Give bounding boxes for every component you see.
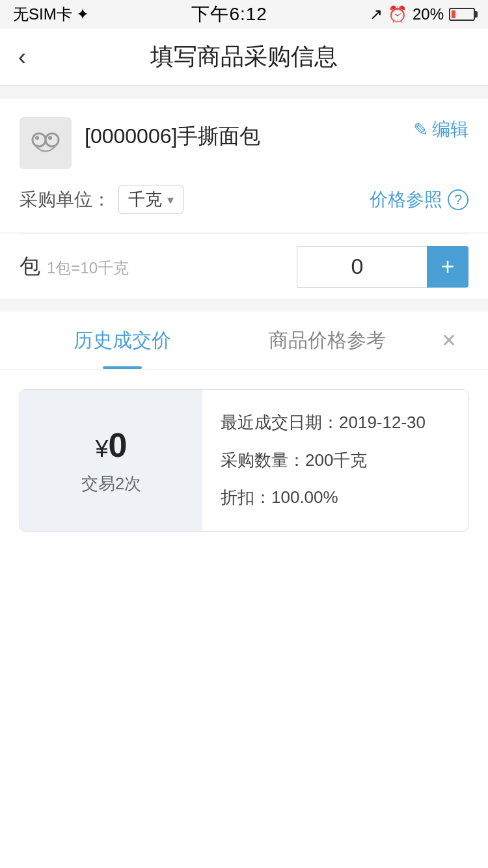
quantity-section: 包 1包=10千克 + [0,234,488,299]
currency-symbol: ¥ [96,435,109,462]
tab-history-price[interactable]: 历史成交价 [20,312,224,369]
tabs-header: 历史成交价 商品价格参考 × [0,312,488,370]
detail-row-discount: 折扣：100.00% [221,484,450,511]
status-right-group: ↗ ⏰ 20% [370,5,475,23]
transaction-card: ¥0 交易2次 最近成交日期：2019-12-30 采购数量：200千克 折扣：… [20,389,468,532]
status-network: 无SIM卡 ✦ [13,4,89,25]
battery-percent: 20% [413,5,444,23]
alarm-icon: ⏰ [388,5,407,23]
svg-point-1 [46,133,59,146]
quantity-plus-button[interactable]: + [427,246,468,288]
purchase-unit-left: 采购单位： 千克 ▾ [20,185,183,214]
tab-price-reference[interactable]: 商品价格参考 [224,312,429,369]
quantity-hint: 1包=10千克 [47,258,129,278]
svg-point-0 [33,133,46,146]
product-header: [0000006]手撕面包 ✎ 编辑 [20,117,468,169]
tabs-close-button[interactable]: × [429,321,468,360]
product-thumbnail [20,117,72,169]
svg-point-2 [35,136,39,140]
price-ref-button[interactable]: 价格参照 ? [370,187,468,212]
quantity-input[interactable] [297,246,427,288]
info-circle-icon: ? [448,189,468,210]
product-logo-icon [26,124,65,163]
page-title: 填写商品采购信息 [150,41,338,73]
battery-icon [449,8,475,21]
network-label: 无SIM卡 ✦ [13,4,89,25]
transaction-price: ¥0 [96,426,128,465]
status-time: 下午6:12 [191,2,267,27]
dropdown-arrow-icon: ▾ [167,192,174,208]
edit-button[interactable]: ✎ 编辑 [413,117,468,142]
product-info: [0000006]手撕面包 [20,117,413,169]
transaction-count: 交易2次 [81,472,141,495]
tabs-section: 历史成交价 商品价格参考 × ¥0 交易2次 最近成交日期：2019-12-30… [0,312,488,551]
transaction-left: ¥0 交易2次 [20,390,202,531]
purchase-unit-row: 采购单位： 千克 ▾ 价格参照 ? [20,185,468,214]
location-icon: ↗ [370,5,383,23]
nav-bar: ‹ 填写商品采购信息 [0,29,488,86]
quantity-input-group: + [297,246,468,288]
detail-row-date: 最近成交日期：2019-12-30 [221,409,450,437]
quantity-row: 包 1包=10千克 + [20,234,468,299]
svg-point-3 [48,136,52,140]
status-bar: 无SIM卡 ✦ 下午6:12 ↗ ⏰ 20% [0,0,488,29]
quantity-unit: 包 [20,252,40,281]
unit-selector[interactable]: 千克 ▾ [118,185,183,214]
tabs-content: ¥0 交易2次 最近成交日期：2019-12-30 采购数量：200千克 折扣：… [0,370,488,551]
transaction-right: 最近成交日期：2019-12-30 采购数量：200千克 折扣：100.00% [202,390,468,531]
detail-row-quantity: 采购数量：200千克 [221,447,450,474]
product-name: [0000006]手撕面包 [85,117,260,151]
bottom-area [0,551,488,868]
purchase-unit-label: 采购单位： [20,187,111,212]
edit-icon: ✎ [413,119,428,141]
product-card: [0000006]手撕面包 ✎ 编辑 采购单位： 千克 ▾ 价格参照 ? [0,99,488,232]
quantity-label: 包 1包=10千克 [20,252,129,281]
back-button[interactable]: ‹ [18,44,26,71]
